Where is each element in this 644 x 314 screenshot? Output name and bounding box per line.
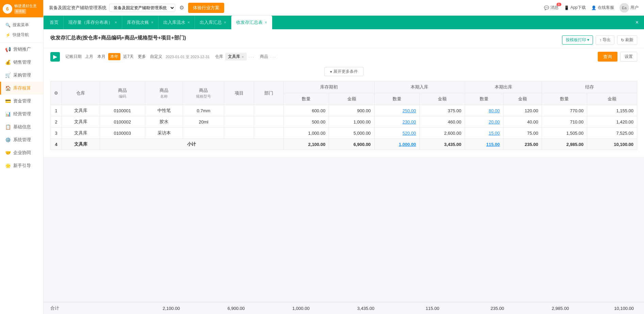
refresh-icon: ↻ [621,38,624,43]
sidebar-header: 6 畅捷通好生意 标准版 [0,0,43,17]
cell-in-amt: 2,600.00 [419,128,465,139]
tab-close-batch-ledger[interactable]: × [151,20,153,25]
marketing-icon: 📢 [5,47,11,52]
th-product-spec: 商品规格型号 [183,81,224,105]
refresh-button[interactable]: ↻ 刷新 [617,35,637,45]
cell-in-qty[interactable]: 520.00 [374,128,419,139]
export-button[interactable]: ↑ 导出 [596,35,614,45]
cell-out-qty[interactable]: 15.00 [465,128,503,139]
subtotal-open-amt: 6,900.00 [329,139,374,150]
subtotal-close-amt: 10,100.00 [587,139,637,150]
app-label: App下载 [571,5,586,11]
tab-close-receive-summary[interactable]: × [265,20,267,25]
total-open-qty: 2,100.00 [118,306,183,311]
page-actions: 按模板打印 ▾ ↑ 导出 ↻ 刷新 [562,35,637,45]
filter-expand-button[interactable]: ▶ [50,52,60,62]
tab-home[interactable]: 首页 [45,16,64,29]
warehouse-more-dots[interactable]: ··· [249,54,255,60]
quick-nav-item[interactable]: ⚡ 快捷导航 [3,30,40,40]
product-filter-group: 商品 ··· [260,54,276,60]
sidebar-title: 畅捷通好生意 [14,3,37,8]
tab-inventory-dist[interactable]: 现存量（库存分布表） × [64,16,122,29]
query-button[interactable]: 查询 [598,52,617,62]
th-product-name: 商品名称 [145,81,183,105]
user-label: 用户 [630,5,639,11]
sidebar-item-label: 资金管理 [13,98,31,104]
message-item[interactable]: 💬 消息 6 [544,5,559,11]
search-menu-item[interactable]: 🔍 搜索菜单 [3,20,40,30]
date-opt-last-month[interactable]: 上月 [84,53,95,60]
cell-close-amt: 1,155.00 [587,105,637,116]
cell-in-qty[interactable]: 230.00 [374,116,419,128]
product-more-dots[interactable]: ··· [270,54,276,60]
system-icon: ⚙️ [5,137,11,143]
table-row: 3 文具库 0100003 采访本 1,000.00 5,000.00 520.… [51,128,637,139]
sidebar-item-basic[interactable]: 📋 基础信息 [0,120,43,133]
th-project: 项目 [224,81,254,105]
content-area: 收发存汇总表(按仓库+商品编码+商品+规格型号+项目+部门) 按模板打印 ▾ ↑… [44,29,644,302]
tab-close-in-out-summary[interactable]: × [224,20,226,25]
tab-in-out-summary[interactable]: 出入库汇总 × [195,16,231,29]
th-in-amt: 金额 [419,93,465,105]
sidebar-item-inventory[interactable]: 🏠 库存核算 [0,82,43,95]
cell-warehouse: 文具库 [62,128,100,139]
tab-close-inventory-dist[interactable]: × [115,20,117,25]
subtotal-out-qty[interactable]: 115.00 [465,139,503,150]
sidebar-item-marketing[interactable]: 📢 营销推广 [0,43,43,56]
search-menu-label: 搜索菜单 [13,22,29,28]
expand-more-button[interactable]: ▾ 展开更多条件 [324,67,364,76]
sidebar-item-label: 系统管理 [13,137,31,143]
settings-gear-icon[interactable]: ⚙ [178,3,185,12]
trial-button[interactable]: 体验行业方案 [188,3,224,13]
sidebar-item-label: 营销推广 [13,46,31,52]
message-badge: 6 [557,3,561,6]
cell-name: 胶水 [145,116,183,128]
sidebar-logo: 6 [3,4,12,14]
tab-receive-summary[interactable]: 收发存汇总表 × [231,16,272,29]
warehouse-tag-close[interactable]: × [242,55,244,59]
cell-close-amt: 1,420.00 [587,116,637,128]
th-open-qty: 数量 [284,93,329,105]
cell-out-qty[interactable]: 80.00 [465,105,503,116]
date-opt-more[interactable]: 更多 [136,53,147,60]
product-filter-label: 商品 [260,54,268,60]
sidebar-item-operations[interactable]: 📊 经营管理 [0,108,43,120]
th-group-out: 本期出库 [465,81,542,93]
warehouse-filter-label: 仓库 [215,54,223,60]
cell-open-qty: 1,000.00 [284,128,329,139]
subtotal-in-qty[interactable]: 1,000.00 [374,139,419,150]
total-values: 2,100.00 6,900.00 1,000.00 3,435.00 115.… [118,306,637,311]
date-opt-7days[interactable]: 近7天 [122,53,135,60]
sidebar-item-finance[interactable]: 💳 资金管理 [0,95,43,108]
subtotal-close-qty: 2,985.00 [542,139,587,150]
tab-in-out-flow[interactable]: 出入库流水 × [159,16,195,29]
date-opt-this-month[interactable]: 本月 [96,53,107,60]
date-opt-custom[interactable]: 自定义 [149,53,164,60]
filter-settings-button[interactable]: 设置 [620,52,637,62]
online-service-item[interactable]: 👤 在线客服 [591,5,614,11]
tabbar-close-icon[interactable]: × [631,19,643,26]
cell-out-qty[interactable]: 20.00 [465,116,503,128]
app-download-item[interactable]: 📱 App下载 [564,5,586,11]
th-dept: 部门 [254,81,283,105]
user-item[interactable]: Ea 用户 [620,3,639,13]
th-settings[interactable]: ⚙ [51,81,62,105]
filter-bar: ▶ 记账日期 上月 本月 本年 近7天 更多 自定义 2023-01-01 至 … [44,48,644,65]
tab-batch-ledger[interactable]: 库存批次账 × [122,16,159,29]
sidebar-item-guide[interactable]: 🌟 新手引导 [0,159,43,172]
print-template-button[interactable]: 按模板打印 ▾ [562,35,593,45]
sidebar-item-system[interactable]: ⚙️ 系统管理 [0,133,43,146]
sidebar-item-enterprise[interactable]: 🤝 企业协同 [0,146,43,159]
th-open-amt: 金额 [329,93,374,105]
date-opt-this-year[interactable]: 本年 [108,53,120,60]
sidebar-item-label: 采购管理 [13,72,31,78]
system-dropdown[interactable]: 装备及固定资产辅助管理系统 [109,4,175,12]
cell-open-amt: 5,000.00 [329,128,374,139]
cell-in-qty[interactable]: 250.00 [374,105,419,116]
cell-project [224,128,254,139]
chevron-down-icon: ▾ [587,37,589,42]
cell-out-amt: 120.00 [503,105,542,116]
sidebar-item-sales[interactable]: 💰 销售管理 [0,56,43,69]
tab-close-in-out-flow[interactable]: × [187,20,190,25]
sidebar-item-purchase[interactable]: 🛒 采购管理 [0,69,43,82]
